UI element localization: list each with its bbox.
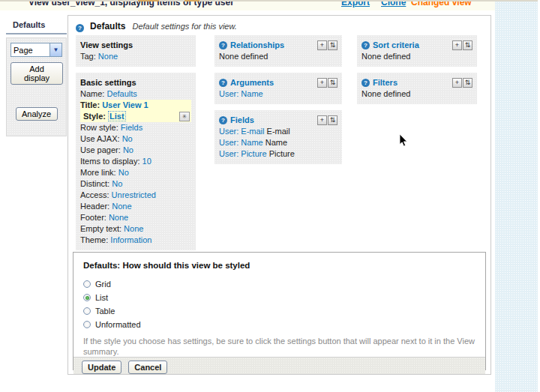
footer-link[interactable]: None bbox=[109, 213, 128, 222]
arguments-title-link[interactable]: Arguments bbox=[230, 78, 316, 87]
setting-row-ajax: Use AJAX: No bbox=[80, 133, 191, 145]
relationships-title-link[interactable]: Relationships bbox=[230, 40, 316, 49]
settings-column-1: View settings Tag: None Basic settings N… bbox=[76, 35, 196, 256]
relationships-empty: None defined bbox=[219, 51, 338, 62]
display-type-value: Page bbox=[11, 46, 50, 55]
field-item: User: E-mail E-mail bbox=[219, 126, 338, 137]
use-pager-link[interactable]: No bbox=[123, 145, 134, 154]
field-link[interactable]: User: Picture bbox=[219, 149, 267, 158]
display-settings-title: Defaults bbox=[90, 21, 125, 31]
style-option-table[interactable]: Table bbox=[83, 304, 476, 318]
fields-box: ? Fields + ⇅ User: E-mail E-mail User: N… bbox=[214, 110, 342, 164]
style-form: Defaults: How should this view be styled… bbox=[73, 252, 486, 370]
name-link[interactable]: Defaults bbox=[106, 89, 136, 98]
style-option-list[interactable]: List bbox=[83, 291, 476, 304]
filters-box: ? Filters + ⇅ None defined bbox=[357, 73, 477, 104]
add-icon[interactable]: + bbox=[452, 40, 462, 50]
more-link-link[interactable]: No bbox=[118, 168, 129, 177]
setting-row-access: Access: Unrestricted bbox=[80, 190, 191, 201]
header-link[interactable]: None bbox=[112, 202, 131, 211]
rearrange-icon[interactable]: ⇅ bbox=[463, 40, 472, 50]
argument-link[interactable]: User: Name bbox=[219, 89, 263, 98]
setting-row-header: Header: None bbox=[80, 201, 191, 212]
add-icon[interactable]: + bbox=[317, 40, 327, 50]
setting-row-empty-text: Empty text: None bbox=[80, 223, 191, 235]
add-icon[interactable]: + bbox=[452, 78, 462, 88]
row-style-link[interactable]: Fields bbox=[121, 123, 142, 132]
help-icon[interactable]: ? bbox=[362, 79, 370, 87]
rearrange-icon[interactable]: ⇅ bbox=[328, 115, 338, 125]
add-icon[interactable]: + bbox=[317, 115, 327, 125]
setting-row-row-style: Row style: Fields bbox=[80, 122, 191, 133]
setting-row-name: Name: Defaults bbox=[80, 88, 191, 100]
setting-row-tag: Tag: None bbox=[80, 51, 191, 62]
rearrange-icon[interactable]: ⇅ bbox=[463, 78, 472, 88]
form-actions: Update Cancel bbox=[74, 357, 485, 374]
sort-criteria-box: ? Sort criteria + ⇅ None defined bbox=[357, 35, 477, 67]
access-link[interactable]: Unrestricted bbox=[112, 190, 156, 199]
fields-title-link[interactable]: Fields bbox=[230, 115, 316, 124]
help-icon[interactable]: ? bbox=[219, 79, 227, 87]
radio-icon[interactable] bbox=[83, 321, 91, 328]
use-ajax-link[interactable]: No bbox=[122, 134, 133, 143]
rearrange-icon[interactable]: ⇅ bbox=[328, 40, 338, 50]
rearrange-icon[interactable]: ⇅ bbox=[328, 78, 338, 88]
empty-text-link[interactable]: None bbox=[124, 224, 143, 233]
display-controls-panel: Page ▼ Add display Analyze bbox=[6, 37, 67, 136]
settings-columns: View settings Tag: None Basic settings N… bbox=[68, 35, 490, 250]
sort-criteria-title-link[interactable]: Sort criteria bbox=[373, 40, 452, 49]
tab-defaults[interactable]: Defaults bbox=[6, 16, 67, 33]
display-type-select[interactable]: Page ▼ bbox=[10, 43, 62, 57]
radio-icon[interactable] bbox=[83, 294, 91, 301]
items-to-display-link[interactable]: 10 bbox=[142, 157, 152, 166]
setting-row-footer: Footer: None bbox=[80, 212, 191, 223]
theme-link[interactable]: Information bbox=[110, 235, 152, 244]
style-option-grid[interactable]: Grid bbox=[83, 277, 476, 291]
relationships-box: ? Relationships + ⇅ None defined bbox=[214, 35, 342, 67]
help-icon[interactable]: ? bbox=[362, 41, 370, 49]
gear-icon[interactable]: ✳ bbox=[179, 112, 190, 121]
field-link[interactable]: User: Name bbox=[219, 138, 263, 147]
basic-settings-box: Basic settings Name: Defaults Title: Use… bbox=[76, 73, 196, 250]
add-display-button[interactable]: Add display bbox=[10, 62, 63, 85]
style-option-unformatted[interactable]: Unformatted bbox=[83, 318, 476, 331]
display-sidebar: Defaults Page ▼ Add display Analyze bbox=[6, 16, 67, 136]
view-settings-box: View settings Tag: None bbox=[76, 35, 196, 67]
analyze-button[interactable]: Analyze bbox=[16, 107, 58, 121]
update-button[interactable]: Update bbox=[82, 361, 122, 374]
sort-criteria-empty: None defined bbox=[362, 51, 472, 62]
field-item: User: Picture Picture bbox=[219, 148, 338, 160]
view-settings-title: View settings bbox=[80, 40, 191, 49]
field-item: User: Name Name bbox=[219, 137, 338, 148]
radio-icon[interactable] bbox=[83, 307, 91, 315]
field-link[interactable]: User: E-mail bbox=[219, 127, 265, 136]
clone-link[interactable]: Clone bbox=[381, 1, 406, 7]
setting-row-more-link: More link: No bbox=[80, 167, 191, 178]
changed-view-marker: Changed view bbox=[411, 1, 472, 7]
basic-settings-title: Basic settings bbox=[80, 78, 191, 87]
tag-link[interactable]: None bbox=[98, 52, 118, 61]
argument-item: User: Name bbox=[219, 88, 338, 100]
help-icon[interactable]: ? bbox=[219, 116, 227, 124]
title-link[interactable]: User View 1 bbox=[102, 100, 148, 109]
style-form-heading: Defaults: How should this view be styled bbox=[83, 261, 476, 270]
style-form-content: Defaults: How should this view be styled… bbox=[74, 253, 485, 357]
export-link[interactable]: Export bbox=[341, 1, 370, 7]
setting-row-items: Items to display: 10 bbox=[80, 156, 191, 167]
display-settings-description: Default settings for this view. bbox=[132, 22, 236, 31]
distinct-link[interactable]: No bbox=[112, 179, 122, 188]
setting-row-distinct: Distinct: No bbox=[80, 178, 191, 190]
radio-icon[interactable] bbox=[83, 280, 91, 288]
help-icon[interactable]: ? bbox=[76, 24, 84, 32]
style-link[interactable]: List bbox=[108, 111, 126, 121]
filters-title-link[interactable]: Filters bbox=[373, 78, 452, 87]
display-settings-container: ? Defaults Default settings for this vie… bbox=[68, 15, 491, 375]
help-icon[interactable]: ? bbox=[219, 41, 227, 49]
chevron-down-icon[interactable]: ▼ bbox=[50, 43, 62, 56]
style-form-help: If the style you choose has settings, be… bbox=[83, 336, 476, 357]
setting-row-theme: Theme: Information bbox=[80, 235, 191, 246]
add-icon[interactable]: + bbox=[317, 78, 327, 88]
cancel-button[interactable]: Cancel bbox=[128, 361, 167, 374]
setting-row-style: Style: List ✳ bbox=[80, 111, 191, 122]
views-ui-page: View user_view_1, displaying items of ty… bbox=[0, 0, 540, 392]
